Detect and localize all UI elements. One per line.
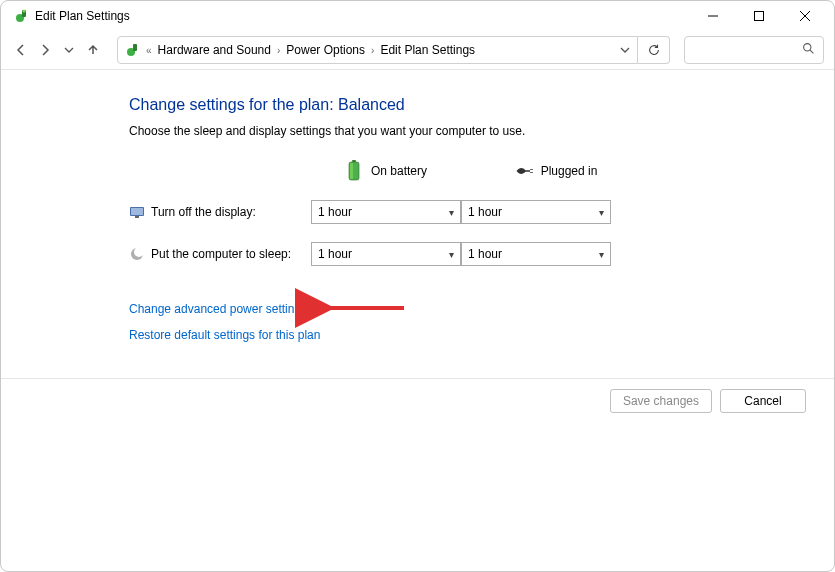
chevron-right-icon: › (275, 45, 282, 56)
display-icon (129, 204, 145, 220)
up-button[interactable] (83, 40, 103, 60)
address-bar[interactable]: « Hardware and Sound › Power Options › E… (117, 36, 638, 64)
maximize-button[interactable] (736, 1, 782, 31)
svg-rect-17 (131, 208, 143, 215)
nav-toolbar: « Hardware and Sound › Power Options › E… (1, 31, 834, 69)
sleep-battery-select[interactable]: 1 hour ▾ (311, 242, 461, 266)
select-value: 1 hour (468, 205, 502, 219)
battery-column-label: On battery (371, 164, 427, 178)
svg-line-10 (810, 50, 813, 53)
sleep-row: Put the computer to sleep: 1 hour ▾ 1 ho… (129, 242, 834, 266)
display-battery-select[interactable]: 1 hour ▾ (311, 200, 461, 224)
select-value: 1 hour (318, 205, 352, 219)
sleep-row-label: Put the computer to sleep: (151, 247, 291, 261)
titlebar: Edit Plan Settings (1, 1, 834, 31)
chevron-down-icon: ▾ (599, 249, 604, 260)
svg-rect-8 (133, 44, 137, 51)
forward-button[interactable] (35, 40, 55, 60)
search-input[interactable] (684, 36, 824, 64)
svg-rect-4 (755, 12, 764, 21)
chevron-down-icon: ▾ (449, 207, 454, 218)
svg-point-2 (23, 10, 26, 13)
column-headers: On battery Plugged in (129, 160, 834, 182)
breadcrumb-item[interactable]: Edit Plan Settings (376, 37, 479, 63)
turn-off-display-row: Turn off the display: 1 hour ▾ 1 hour ▾ (129, 200, 834, 224)
breadcrumb-item[interactable]: Power Options (282, 37, 369, 63)
display-row-label: Turn off the display: (151, 205, 256, 219)
minimize-button[interactable] (690, 1, 736, 31)
breadcrumb-item[interactable]: Hardware and Sound (154, 37, 275, 63)
restore-defaults-link[interactable]: Restore default settings for this plan (129, 328, 834, 342)
app-icon (13, 8, 29, 24)
sleep-plugged-select[interactable]: 1 hour ▾ (461, 242, 611, 266)
chevron-left-icon: « (144, 45, 154, 56)
svg-point-9 (804, 44, 811, 51)
chevron-down-icon: ▾ (599, 207, 604, 218)
save-changes-button[interactable]: Save changes (610, 389, 712, 413)
chevron-down-icon: ▾ (449, 249, 454, 260)
content-area: Change settings for the plan: Balanced C… (1, 70, 834, 342)
battery-icon (345, 160, 363, 182)
display-plugged-select[interactable]: 1 hour ▾ (461, 200, 611, 224)
close-button[interactable] (782, 1, 828, 31)
select-value: 1 hour (468, 247, 502, 261)
page-subtext: Choose the sleep and display settings th… (129, 124, 834, 138)
page-heading: Change settings for the plan: Balanced (129, 96, 834, 114)
svg-rect-18 (135, 216, 139, 218)
moon-icon (129, 246, 145, 262)
link-list: Change advanced power settings Restore d… (129, 302, 834, 342)
plug-icon (515, 160, 533, 182)
recent-locations-button[interactable] (59, 40, 79, 60)
cancel-button[interactable]: Cancel (720, 389, 806, 413)
window-title: Edit Plan Settings (35, 9, 130, 23)
svg-rect-13 (350, 163, 353, 179)
back-button[interactable] (11, 40, 31, 60)
location-icon (124, 42, 140, 58)
select-value: 1 hour (318, 247, 352, 261)
search-icon (802, 42, 815, 58)
plugged-column-label: Plugged in (541, 164, 598, 178)
svg-rect-11 (352, 160, 356, 162)
chevron-right-icon: › (369, 45, 376, 56)
refresh-button[interactable] (638, 36, 670, 64)
address-dropdown-button[interactable] (613, 37, 637, 63)
annotation-arrow (319, 298, 409, 321)
footer: Save changes Cancel (1, 378, 834, 423)
svg-point-20 (134, 247, 144, 257)
advanced-settings-link[interactable]: Change advanced power settings (129, 302, 834, 316)
